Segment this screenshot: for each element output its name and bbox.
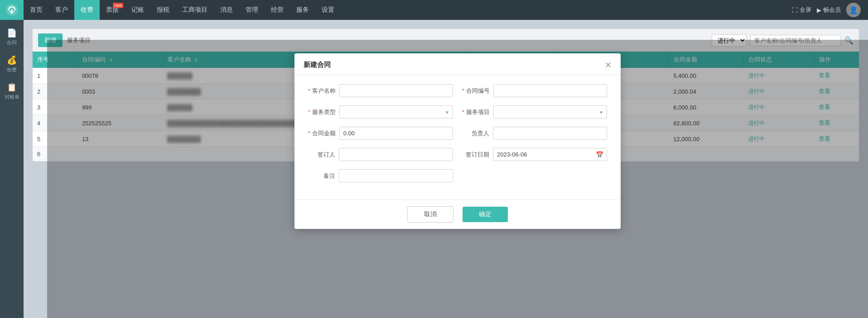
service-type-select-wrap bbox=[339, 105, 453, 119]
cancel-button[interactable]: 取消 bbox=[407, 206, 453, 223]
modal-title: 新建合同 bbox=[304, 61, 331, 69]
avatar[interactable]: 👤 bbox=[846, 3, 861, 17]
form-group-remark: 备注 bbox=[308, 169, 453, 182]
form-row-2: 服务类型 服务项目 bbox=[308, 105, 607, 119]
form-group-sign-date: 签订日期 📅 bbox=[462, 148, 607, 161]
service-type-label: 服务类型 bbox=[308, 108, 336, 116]
customer-name-label: 客户名称 bbox=[308, 87, 336, 95]
fullscreen-icon: ⛶ bbox=[792, 7, 798, 14]
modal-footer: 取消 确定 bbox=[294, 199, 621, 229]
nav-经营[interactable]: 经营 bbox=[265, 0, 290, 20]
remark-input[interactable] bbox=[339, 169, 453, 182]
sidebar-item-收费[interactable]: 💰 收费 bbox=[0, 52, 24, 77]
service-type-select[interactable] bbox=[339, 105, 453, 119]
form-row-4: 签订人 签订日期 📅 bbox=[308, 148, 607, 161]
responsible-label: 负责人 bbox=[462, 129, 489, 138]
form-row-1: 客户名称 合同编号 bbox=[308, 84, 607, 97]
nav-管理[interactable]: 管理 bbox=[239, 0, 265, 20]
responsible-input[interactable] bbox=[493, 127, 607, 140]
form-row-5: 备注 bbox=[308, 169, 607, 182]
service-item-select[interactable] bbox=[493, 105, 607, 119]
form-row-3: 合同金额 负责人 bbox=[308, 127, 607, 140]
fullscreen-button[interactable]: ⛶ 全屏 bbox=[792, 6, 811, 14]
nav-记账[interactable]: 记账 bbox=[125, 0, 150, 20]
sign-date-wrap: 📅 bbox=[493, 148, 607, 161]
contract-icon: 📄 bbox=[7, 28, 17, 38]
nav-票据[interactable]: 票据 new bbox=[100, 0, 125, 20]
nav-home[interactable]: 首页 bbox=[24, 0, 49, 20]
form-group-service-item: 服务项目 bbox=[462, 105, 607, 119]
nav-消息[interactable]: 消息 bbox=[214, 0, 239, 20]
new-contract-modal: 新建合同 ✕ 客户名称 合同编号 bbox=[294, 53, 621, 229]
nav-设置[interactable]: 设置 bbox=[315, 0, 341, 20]
sidebar-item-对账单[interactable]: 📋 对账单 bbox=[0, 79, 24, 104]
member-button[interactable]: ▶ 畅会员 bbox=[817, 6, 841, 14]
customer-name-input[interactable] bbox=[339, 84, 453, 97]
confirm-button[interactable]: 确定 bbox=[463, 207, 508, 222]
service-item-label: 服务项目 bbox=[462, 108, 490, 116]
form-group-signer: 签订人 bbox=[308, 148, 453, 161]
main-content: 新增 服务项目 进行中 已完成 已取消 🔍 序号 合同编码 ⇅ bbox=[24, 20, 868, 318]
sidebar: 📄 合同 💰 收费 📋 对账单 bbox=[0, 20, 24, 318]
modal-overlay: 新建合同 ✕ 客户名称 合同编号 bbox=[47, 40, 868, 318]
fee-icon: 💰 bbox=[7, 55, 17, 65]
form-group-amount: 合同金额 bbox=[308, 127, 453, 140]
signer-input[interactable] bbox=[339, 148, 453, 161]
sidebar-item-合同[interactable]: 📄 合同 bbox=[0, 24, 24, 50]
nav-工商项目[interactable]: 工商项目 bbox=[176, 0, 214, 20]
logo bbox=[0, 0, 24, 20]
nav-收费[interactable]: 收费 bbox=[74, 0, 100, 20]
contract-no-label: 合同编号 bbox=[462, 87, 490, 95]
modal-header: 新建合同 ✕ bbox=[294, 53, 621, 75]
statement-icon: 📋 bbox=[7, 82, 17, 92]
new-badge: new bbox=[113, 3, 123, 8]
nav-服务[interactable]: 服务 bbox=[290, 0, 315, 20]
form-group-responsible: 负责人 bbox=[462, 127, 607, 140]
signer-label: 签订人 bbox=[308, 151, 335, 159]
contract-amount-label: 合同金额 bbox=[308, 129, 336, 138]
play-icon: ▶ bbox=[817, 7, 821, 14]
sign-date-input[interactable] bbox=[493, 148, 607, 161]
nav-报税[interactable]: 报税 bbox=[150, 0, 176, 20]
sign-date-label: 签订日期 bbox=[462, 151, 489, 159]
nav-items: 首页 客户 收费 票据 new 记账 报税 工商项目 消息 管理 经营 服务 设… bbox=[24, 0, 792, 20]
form-group-service-type: 服务类型 bbox=[308, 105, 453, 119]
top-navigation: 首页 客户 收费 票据 new 记账 报税 工商项目 消息 管理 经营 服务 设… bbox=[0, 0, 868, 20]
contract-no-input[interactable] bbox=[493, 84, 607, 97]
form-group-customer-name: 客户名称 bbox=[308, 84, 453, 97]
form-group-contract-no: 合同编号 bbox=[462, 84, 607, 97]
modal-close-button[interactable]: ✕ bbox=[605, 61, 612, 69]
avatar-icon: 👤 bbox=[849, 6, 858, 14]
nav-right: ⛶ 全屏 ▶ 畅会员 👤 bbox=[792, 3, 868, 17]
contract-amount-input[interactable] bbox=[339, 127, 453, 140]
service-item-select-wrap bbox=[493, 105, 607, 119]
modal-body: 客户名称 合同编号 服务类型 bbox=[294, 75, 621, 199]
remark-label: 备注 bbox=[308, 172, 335, 180]
nav-customer[interactable]: 客户 bbox=[49, 0, 74, 20]
